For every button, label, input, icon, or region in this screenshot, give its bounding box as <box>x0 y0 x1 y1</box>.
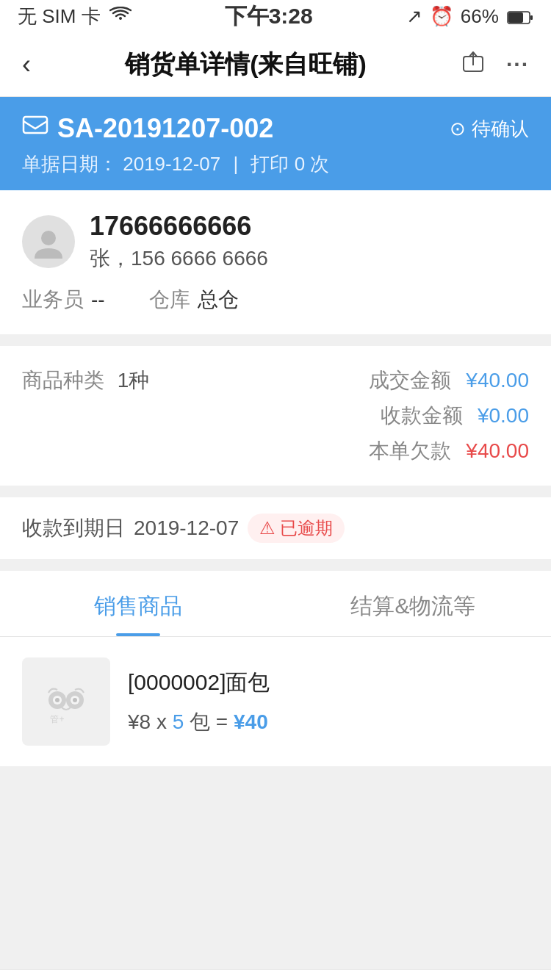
tab-settlement-logistics[interactable]: 结算&物流等 <box>276 571 551 636</box>
warehouse-item: 仓库 总仓 <box>149 286 239 314</box>
battery-text: 66% <box>461 5 533 28</box>
svg-rect-2 <box>530 15 533 20</box>
overdue-badge: ⚠ 已逾期 <box>248 514 345 543</box>
more-icon[interactable]: ··· <box>506 52 529 77</box>
product-thumbnail: 管+ <box>22 657 110 746</box>
product-types: 商品种类 1种 <box>22 367 149 394</box>
order-id: SA-20191207-002 <box>22 113 273 144</box>
owed-label: 本单欠款 <box>369 437 451 465</box>
owed-value: ¥40.00 <box>466 439 529 463</box>
received-row: 收款金额 ¥0.00 <box>381 402 529 430</box>
types-label: 商品种类 <box>22 369 104 392</box>
salesperson-item: 业务员 -- <box>22 286 105 314</box>
order-banner: SA-20191207-002 ⊙ 待确认 单据日期： 2019-12-07 |… <box>0 97 551 190</box>
avatar <box>22 215 75 268</box>
customer-meta: 业务员 -- 仓库 总仓 <box>22 286 529 314</box>
customer-row: 17666666666 张，156 6666 6666 <box>22 211 529 273</box>
product-item: 管+ [0000002]面包 ¥8 x 5 包 = ¥40 <box>0 637 551 766</box>
alarm-icon: ⏰ <box>430 5 453 28</box>
customer-phone-name: 17666666666 <box>90 211 268 242</box>
amount-value: ¥40.00 <box>466 369 529 392</box>
product-total: ¥40 <box>234 710 268 733</box>
owed-row: 本单欠款 ¥40.00 <box>369 437 529 465</box>
nav-actions: ··· <box>461 49 529 79</box>
order-banner-top: SA-20191207-002 ⊙ 待确认 <box>22 113 529 144</box>
status-bar: 无 SIM 卡 下午3:28 ↗ ⏰ 66% <box>0 0 551 32</box>
clock-icon: ⊙ <box>450 118 466 140</box>
due-date: 2019-12-07 <box>134 516 239 540</box>
empty-content-area <box>0 778 551 969</box>
order-date-row: 单据日期： 2019-12-07 | 打印 0 次 <box>22 151 529 177</box>
tabs-bar: 销售商品 结算&物流等 <box>0 571 551 637</box>
received-value: ¥0.00 <box>478 404 529 428</box>
product-price: ¥8 x 5 包 = ¥40 <box>128 708 529 736</box>
nav-bar: ‹ 销货单详情(来自旺铺) ··· <box>0 32 551 97</box>
tab-sales-products[interactable]: 销售商品 <box>0 571 276 636</box>
order-status: ⊙ 待确认 <box>450 116 529 142</box>
product-qty: 5 <box>173 710 190 733</box>
amount-row: 成交金额 ¥40.00 <box>369 367 529 394</box>
status-time: 下午3:28 <box>225 1 313 32</box>
svg-point-11 <box>55 698 60 702</box>
warning-icon: ⚠ <box>259 518 276 538</box>
svg-text:管+: 管+ <box>50 714 64 724</box>
wifi-icon <box>109 5 132 28</box>
carrier-text: 无 SIM 卡 <box>18 4 101 29</box>
warehouse-value: 总仓 <box>198 286 239 314</box>
product-info: [0000002]面包 ¥8 x 5 包 = ¥40 <box>128 668 529 736</box>
customer-info: 17666666666 张，156 6666 6666 <box>90 211 268 273</box>
status-bar-left: 无 SIM 卡 <box>18 4 132 29</box>
amount-label: 成交金额 <box>369 367 451 394</box>
salesperson-value: -- <box>91 288 105 311</box>
summary-section: 商品种类 1种 成交金额 ¥40.00 收款金额 ¥0.00 本单欠款 ¥40.… <box>0 346 551 486</box>
location-icon: ↗ <box>406 5 422 28</box>
page-title: 销货单详情(来自旺铺) <box>125 48 367 82</box>
svg-point-6 <box>41 231 56 245</box>
salesperson-label: 业务员 <box>22 286 84 314</box>
inbox-icon <box>22 113 48 144</box>
back-button[interactable]: ‹ <box>22 49 31 80</box>
amount-summary: 成交金额 ¥40.00 收款金额 ¥0.00 本单欠款 ¥40.00 <box>369 367 529 465</box>
svg-rect-5 <box>24 117 47 133</box>
share-icon[interactable] <box>461 49 486 79</box>
received-label: 收款金额 <box>381 402 463 430</box>
types-value: 1种 <box>118 369 150 392</box>
due-date-section: 收款到期日 2019-12-07 ⚠ 已逾期 <box>0 497 551 559</box>
product-name: [0000002]面包 <box>128 668 529 698</box>
overdue-text: 已逾期 <box>280 516 333 540</box>
customer-contact: 张，156 6666 6666 <box>90 245 268 273</box>
bottom-button-container: 旺铺订单确认 <box>0 969 551 980</box>
warehouse-label: 仓库 <box>149 286 190 314</box>
status-bar-right: ↗ ⏰ 66% <box>406 5 533 28</box>
customer-section: 17666666666 张，156 6666 6666 业务员 -- 仓库 总仓 <box>0 190 551 334</box>
svg-point-12 <box>73 698 77 702</box>
due-label: 收款到期日 <box>22 514 125 542</box>
svg-rect-1 <box>508 12 523 23</box>
